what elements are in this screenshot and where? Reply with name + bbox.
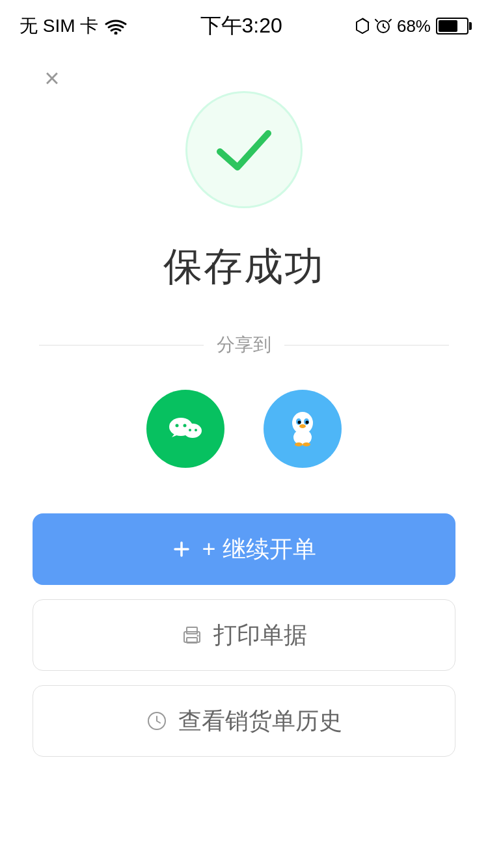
action-buttons: + 继续开单 打印单据 查看销货单历史 bbox=[0, 513, 488, 757]
svg-rect-18 bbox=[187, 627, 197, 634]
continue-button-label: + 继续开单 bbox=[202, 534, 316, 565]
location-icon bbox=[355, 18, 370, 34]
share-label: 分享到 bbox=[204, 332, 284, 357]
svg-point-9 bbox=[293, 429, 312, 445]
svg-point-13 bbox=[306, 421, 309, 424]
svg-point-15 bbox=[295, 442, 303, 446]
qq-icon bbox=[280, 406, 325, 452]
share-icons bbox=[146, 390, 342, 468]
svg-point-12 bbox=[298, 421, 301, 424]
plus-icon bbox=[172, 539, 191, 559]
no-sim-text: 无 SIM 卡 bbox=[20, 14, 98, 38]
success-circle bbox=[185, 91, 303, 208]
history-button-label: 查看销货单历史 bbox=[178, 705, 342, 737]
wechat-share-button[interactable] bbox=[146, 390, 224, 468]
svg-point-0 bbox=[115, 32, 118, 35]
battery-icon bbox=[436, 18, 468, 34]
svg-point-20 bbox=[197, 635, 199, 637]
close-icon: × bbox=[44, 65, 59, 91]
wechat-icon bbox=[163, 406, 208, 452]
divider-left bbox=[39, 345, 204, 346]
print-button-label: 打印单据 bbox=[213, 619, 307, 651]
history-button[interactable]: 查看销货单历史 bbox=[33, 685, 455, 757]
svg-point-7 bbox=[195, 429, 197, 431]
qq-share-button[interactable] bbox=[264, 390, 342, 468]
alarm-icon bbox=[375, 18, 392, 34]
status-time: 下午3:20 bbox=[200, 12, 282, 40]
divider-right bbox=[284, 345, 449, 346]
success-title: 保存成功 bbox=[163, 241, 325, 293]
checkmark-icon bbox=[215, 127, 273, 172]
svg-point-6 bbox=[189, 429, 191, 431]
svg-point-14 bbox=[299, 424, 306, 428]
battery-fill bbox=[439, 20, 457, 32]
print-icon bbox=[181, 624, 203, 646]
svg-point-4 bbox=[176, 424, 179, 427]
status-bar: 无 SIM 卡 下午3:20 68% bbox=[0, 0, 488, 52]
status-right: 68% bbox=[355, 16, 468, 36]
status-left: 无 SIM 卡 bbox=[20, 14, 127, 38]
close-button[interactable]: × bbox=[33, 59, 72, 98]
main-content: 保存成功 分享到 bbox=[0, 52, 488, 757]
wifi-icon bbox=[105, 18, 127, 34]
continue-button[interactable]: + 继续开单 bbox=[33, 513, 455, 585]
history-icon bbox=[146, 710, 168, 732]
print-button[interactable]: 打印单据 bbox=[33, 599, 455, 671]
share-divider: 分享到 bbox=[0, 332, 488, 357]
svg-point-5 bbox=[183, 424, 187, 427]
battery-percent: 68% bbox=[397, 16, 431, 36]
svg-point-16 bbox=[303, 442, 310, 446]
